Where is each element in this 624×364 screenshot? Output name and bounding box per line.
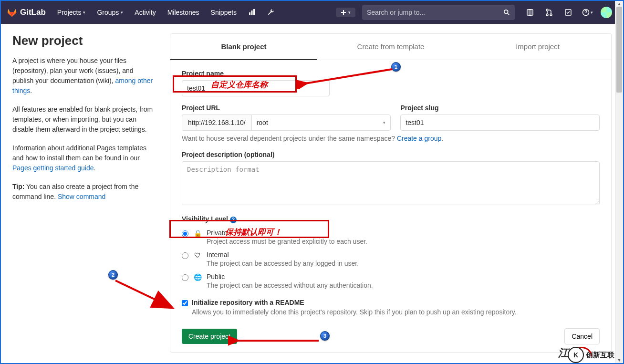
- annotation-text-2: 保持默认即可！: [225, 227, 282, 238]
- annotation-badge-3: 3: [320, 331, 330, 341]
- watermark-2: K创新互联: [568, 347, 614, 363]
- tabs: Blank project Create from template Impor…: [170, 34, 611, 60]
- sidebar-tip: Tip: You can also create a project from …: [12, 182, 156, 202]
- shield-icon: 🛡: [193, 251, 202, 259]
- radio-private[interactable]: [182, 230, 188, 237]
- readme-checkbox[interactable]: [182, 300, 188, 306]
- project-desc-label: Project description (optional): [182, 151, 600, 158]
- project-desc-input[interactable]: [182, 161, 600, 205]
- gitlab-logo[interactable]: GitLab: [7, 7, 46, 18]
- globe-icon: 🌐: [193, 273, 202, 281]
- tanuki-icon: [7, 7, 17, 18]
- svg-point-10: [546, 14, 548, 16]
- sidebar-desc-2: All features are enabled for blank proje…: [12, 104, 156, 135]
- search-input[interactable]: [367, 9, 503, 16]
- readme-row[interactable]: Initialize repository with a READMEAllow…: [182, 299, 600, 316]
- scroll-down-icon[interactable]: ▼: [615, 357, 623, 363]
- annotation-badge-1: 1: [391, 62, 401, 72]
- chevron-down-icon: ▾: [83, 10, 85, 15]
- analytics-icon[interactable]: [243, 5, 260, 20]
- vertical-scrollbar[interactable]: ▲ ▼: [615, 1, 623, 363]
- tab-template[interactable]: Create from template: [317, 34, 464, 60]
- svg-rect-4: [341, 12, 346, 13]
- nav-milestones[interactable]: Milestones: [163, 5, 204, 20]
- nav-projects[interactable]: Projects▾: [52, 5, 91, 20]
- svg-point-11: [550, 14, 552, 16]
- scroll-up-icon[interactable]: ▲: [615, 1, 623, 7]
- chevron-down-icon: ▾: [121, 10, 123, 15]
- annotation-text-1: 自定义仓库名称: [211, 79, 268, 90]
- project-url-label: Project URL: [182, 104, 391, 112]
- svg-rect-0: [249, 12, 250, 15]
- show-command-link[interactable]: Show command: [58, 193, 105, 200]
- help-icon[interactable]: ?: [230, 217, 237, 223]
- plus-icon: [341, 10, 346, 15]
- project-url-prefix: http://192.168.1.10/: [182, 114, 251, 131]
- lock-icon: 🔒: [193, 229, 202, 237]
- chevron-down-icon: ▾: [348, 10, 351, 15]
- sidebar: New project A project is where you house…: [12, 33, 160, 354]
- nav-snippets[interactable]: Snippets: [206, 5, 241, 20]
- issues-icon[interactable]: [521, 5, 539, 20]
- svg-rect-2: [253, 9, 255, 15]
- svg-rect-8: [529, 10, 531, 15]
- search-icon: [503, 9, 510, 16]
- svg-rect-7: [527, 10, 533, 15]
- project-slug-input[interactable]: [400, 114, 600, 131]
- chevron-down-icon: ▾: [383, 120, 385, 125]
- visibility-label: Visibility Level?: [182, 215, 600, 223]
- visibility-public[interactable]: 🌐 PublicThe project can be accessed with…: [182, 273, 600, 289]
- visibility-internal[interactable]: 🛡 InternalThe project can be accessed by…: [182, 251, 600, 267]
- radio-public[interactable]: [182, 274, 188, 281]
- nav-groups[interactable]: Groups▾: [92, 5, 128, 20]
- svg-line-6: [508, 13, 510, 15]
- svg-point-5: [504, 10, 508, 14]
- create-group-link[interactable]: Create a group: [397, 135, 441, 142]
- project-slug-label: Project slug: [400, 104, 600, 112]
- search-box[interactable]: [362, 5, 515, 20]
- radio-internal[interactable]: [182, 252, 188, 259]
- create-project-button[interactable]: Create project: [182, 329, 237, 344]
- scrollbar-thumb[interactable]: [616, 7, 622, 93]
- merge-requests-icon[interactable]: [541, 5, 558, 20]
- sidebar-desc-3: Information about additional Pages templ…: [12, 143, 156, 173]
- todos-icon[interactable]: [560, 5, 577, 20]
- sidebar-desc-1: A project is where you house your files …: [12, 56, 156, 96]
- svg-rect-1: [251, 10, 253, 15]
- annotation-badge-2: 2: [108, 270, 118, 280]
- user-avatar[interactable]: [601, 7, 612, 18]
- help-icon[interactable]: ▾: [579, 5, 596, 20]
- brand-name: GitLab: [20, 8, 46, 17]
- cancel-button[interactable]: Cancel: [564, 328, 600, 344]
- nav-activity[interactable]: Activity: [130, 5, 160, 20]
- namespace-select[interactable]: root▾: [251, 114, 391, 131]
- tab-import[interactable]: Import project: [464, 34, 611, 60]
- page-title: New project: [12, 33, 156, 48]
- tab-blank[interactable]: Blank project: [170, 34, 317, 60]
- namespace-hint: Want to house several dependent projects…: [182, 135, 600, 142]
- top-navigation: GitLab Projects▾ Groups▾ Activity Milest…: [1, 1, 623, 24]
- project-name-label: Project name: [182, 70, 600, 77]
- pages-guide-link[interactable]: Pages getting started guide: [12, 164, 94, 172]
- new-dropdown[interactable]: ▾: [336, 8, 355, 17]
- wrench-icon[interactable]: [262, 5, 280, 20]
- svg-point-9: [546, 9, 548, 11]
